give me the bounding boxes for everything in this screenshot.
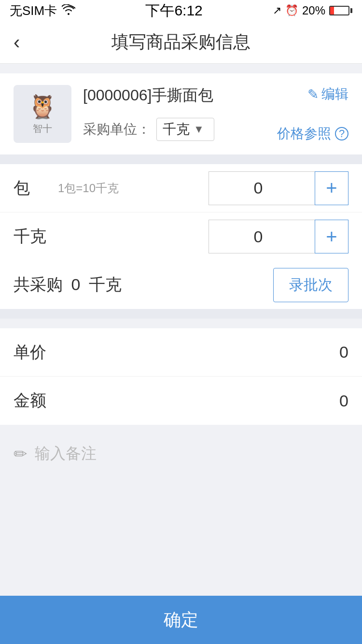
bag-sublabel: 1包=10千克 [58,181,209,196]
notes-icon: ✏ [14,444,27,463]
unit-price-row: 单价 0 [0,328,362,377]
section-divider-1 [0,154,362,164]
edit-button[interactable]: ✎ 编辑 [307,85,348,103]
status-right: ↗ ⏰ 20% [273,4,352,17]
unit-dropdown-arrow: ▼ [194,123,204,136]
nav-bar: ‹ 填写商品采购信息 [0,21,362,64]
kg-input-row: 千克 + [0,212,362,261]
battery-pct: 20% [302,4,325,17]
bag-qty-input[interactable] [209,171,315,205]
notes-section[interactable]: ✏ 输入备注 [0,425,362,483]
price-ref-label: 价格参照 [277,125,331,143]
total-quantity: 0 [71,275,80,294]
confirm-bar[interactable]: 确定 [0,596,362,644]
kg-qty-input[interactable] [209,220,315,253]
unit-value: 千克 [163,120,190,139]
carrier-label: 无SIM卡 [10,2,57,19]
price-section: 单价 0 金额 0 [0,328,362,425]
location-icon: ↗ [273,4,281,17]
page-title: 填写商品采购信息 [111,30,251,54]
record-batch-button[interactable]: 录批次 [273,268,348,302]
bag-input-row: 包 1包=10千克 + [0,164,362,212]
input-section: 包 1包=10千克 + 千克 + [0,164,362,261]
unit-price-label: 单价 [14,341,46,364]
total-row: 共采购 0 千克 录批次 [0,261,362,309]
notes-placeholder: 输入备注 [35,443,97,464]
section-divider-2 [0,309,362,319]
amount-label: 金额 [14,390,46,412]
kg-control: + [209,220,348,253]
price-ref-button[interactable]: 价格参照 ? [277,125,348,143]
unit-select[interactable]: 千克 ▼ [156,118,214,141]
status-left: 无SIM卡 [10,2,75,19]
bag-label: 包 [14,177,52,199]
kg-plus-button[interactable]: + [315,220,348,253]
total-text: 共采购 0 千克 [14,274,122,296]
product-thumbnail: 🦉 智十 [14,85,71,143]
kg-label: 千克 [14,225,52,248]
unit-row-label: 采购单位： [83,120,151,139]
help-icon: ? [335,127,348,140]
edit-label: 编辑 [321,85,348,103]
edit-icon: ✎ [307,86,319,102]
alarm-icon: ⏰ [285,4,298,17]
bag-plus-button[interactable]: + [315,171,348,205]
unit-price-value: 0 [339,343,348,362]
status-time: 下午6:12 [145,1,202,21]
product-thumb-label: 智十 [33,122,52,135]
amount-value: 0 [339,392,348,410]
product-thumb-icon: 🦉 [28,93,57,120]
product-card: 🦉 智十 [0000006]手撕面包 采购单位： 千克 ▼ ✎ 编辑 价格参照 … [0,73,362,154]
status-bar: 无SIM卡 下午6:12 ↗ ⏰ 20% [0,0,362,21]
confirm-label: 确定 [164,608,198,632]
back-button[interactable]: ‹ [14,31,20,53]
amount-row: 金额 0 [0,377,362,425]
wifi-icon [62,3,75,18]
bag-control: + [209,171,348,205]
battery-indicator [329,6,352,15]
